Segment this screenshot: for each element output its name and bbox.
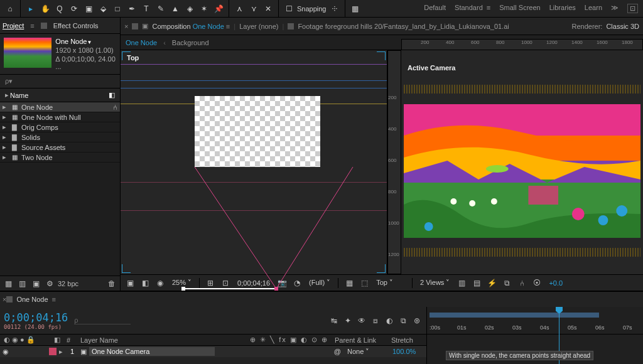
breadcrumb-background[interactable]: Background (172, 39, 209, 46)
comp-mini-flowchart-icon[interactable]: ↹ (328, 315, 340, 326)
3d-view-icon[interactable]: ⬚ (359, 277, 370, 289)
rectangle-tool-icon[interactable]: □ (111, 3, 124, 15)
fill-swatch-icon[interactable]: ▦ (349, 3, 362, 15)
hide-shy-icon[interactable]: 👁 (356, 315, 367, 326)
parent-dropdown[interactable]: None ˅ (345, 348, 389, 356)
pan-behind-tool-icon[interactable]: ⬙ (97, 3, 109, 15)
orbit-tool-icon[interactable]: ⟳ (68, 3, 80, 15)
world-axis-icon[interactable]: ⋎ (247, 3, 260, 15)
flowchart-icon[interactable]: ⑃ (516, 277, 527, 289)
footage-tab[interactable]: Footage foreground hills 20/Fantasy_land… (298, 23, 509, 30)
new-folder-icon[interactable]: ▥ (16, 278, 28, 289)
snapshot-icon[interactable]: 📷 (276, 277, 288, 289)
close-tab-icon[interactable]: × (124, 23, 128, 30)
resolution-dropdown[interactable]: (Full) ˅ (306, 279, 333, 287)
workspace-learn[interactable]: Learn (585, 4, 602, 13)
project-item[interactable]: ▸▦One Node⑃ (0, 102, 120, 112)
views-layout-dropdown[interactable]: 2 Views ˅ (418, 279, 452, 287)
zoom-tool-icon[interactable]: Q (53, 3, 66, 15)
bpc-label[interactable]: 32 bpc (58, 280, 78, 287)
magnification-icon[interactable]: ▣ (124, 277, 136, 289)
stretch-value[interactable]: 100.0% (392, 348, 424, 355)
composition-thumbnail[interactable] (4, 38, 51, 68)
panel-menu-icon[interactable]: ≡ (30, 22, 34, 29)
local-axis-icon[interactable]: ⋏ (233, 3, 246, 15)
toggle-alpha-icon[interactable]: ◧ (139, 277, 151, 289)
chevron-right-icon[interactable]: ▸ (3, 113, 8, 121)
chevron-right-icon[interactable]: ▸ (3, 133, 8, 141)
pen-tool-icon[interactable]: ✒ (126, 3, 138, 15)
bpc-icon[interactable]: ⚙ (44, 278, 55, 289)
new-comp-icon[interactable]: ▣ (30, 278, 41, 289)
timeline-icon[interactable]: ⧉ (501, 277, 512, 289)
column-stretch[interactable]: Stretch (391, 336, 423, 344)
channel-icon[interactable]: ◉ (154, 277, 166, 289)
view-options-icon[interactable]: ▥ (456, 277, 467, 289)
column-layer-name[interactable]: Layer Name (80, 336, 206, 344)
eraser-tool-icon[interactable]: ◈ (183, 3, 196, 15)
view-dropdown[interactable]: Top ˅ (374, 279, 396, 287)
frame-blend-icon[interactable]: ⧈ (370, 315, 381, 326)
renderer-value-dropdown[interactable]: Classic 3D (606, 23, 639, 30)
tag-color-icon[interactable]: ◧ (54, 336, 60, 344)
workspace-libraries[interactable]: Libraries (549, 4, 576, 13)
fast-preview-icon[interactable]: ⚡ (486, 277, 497, 289)
zoom-dropdown[interactable]: 25% ˅ (170, 279, 194, 287)
project-item[interactable]: ▸▇Source Assets (0, 142, 120, 153)
av-column-icons[interactable]: ◐ ◉ ● 🔒 (4, 336, 48, 344)
selection-tool-icon[interactable]: ▸ (24, 3, 37, 15)
workspace-standard[interactable]: Standard ≡ (455, 4, 490, 13)
puppet-tool-icon[interactable]: 📌 (212, 3, 225, 15)
exposure-value[interactable]: +0.0 (546, 279, 565, 287)
chevron-right-icon[interactable]: ▸ (3, 143, 8, 151)
chevron-right-icon[interactable]: ▸ (3, 153, 8, 161)
chevron-right-icon[interactable]: ▸ (59, 348, 64, 356)
flowchart-icon[interactable]: ⑃ (113, 104, 117, 111)
time-ruler[interactable]: :00s 01s 02s 03s 04s 05s 06s 07s (427, 323, 643, 335)
type-tool-icon[interactable]: T (140, 3, 153, 15)
timeline-graph-area[interactable]: :00s 01s 02s 03s 04s 05s 06s 07s With si… (427, 307, 643, 364)
pixel-aspect-icon[interactable]: ▤ (471, 277, 482, 289)
switches-icons[interactable]: ⊕ ✳ ╲ fx ▣ ◐ ⊙ ⊕ (250, 336, 328, 344)
brain-icon[interactable]: ⊛ (411, 315, 423, 326)
view-top[interactable]: Top (121, 50, 387, 274)
tab-project[interactable]: Project (3, 22, 24, 29)
workspace-overflow-icon[interactable]: ≫ (611, 4, 619, 13)
roto-tool-icon[interactable]: ✶ (198, 3, 210, 15)
hand-tool-icon[interactable]: ✋ (39, 3, 51, 15)
chevron-right-icon[interactable]: ▸ (3, 103, 8, 111)
column-name-header[interactable]: Name (10, 92, 28, 99)
interpret-footage-icon[interactable]: ▦ (3, 278, 14, 289)
chevron-right-icon[interactable]: ▸ (5, 91, 10, 99)
snap-options-icon[interactable]: ⸭ (328, 3, 341, 15)
view-axis-icon[interactable]: ✕ (262, 3, 274, 15)
parent-pickwhip-icon[interactable]: @ (334, 348, 341, 355)
reset-exposure-icon[interactable]: ⦿ (531, 277, 543, 289)
project-item[interactable]: ▸▇Orig Comps (0, 122, 120, 132)
breadcrumb-one-node[interactable]: One Node (126, 39, 157, 46)
chevron-right-icon[interactable]: ▸ (3, 123, 8, 131)
draft-3d-icon[interactable]: ✦ (342, 315, 354, 326)
layer-placeholder[interactable] (195, 96, 320, 167)
layer-color-swatch[interactable] (49, 348, 57, 355)
trash-icon[interactable]: 🗑 (106, 278, 117, 289)
video-toggle-icon[interactable]: ◉ (3, 348, 9, 356)
project-item[interactable]: ▸▦One Node with Null (0, 112, 120, 122)
column-number[interactable]: # (67, 336, 74, 344)
motion-blur-icon[interactable]: ◐ (384, 315, 395, 326)
timeline-search-input[interactable]: ρ (74, 316, 131, 324)
workspace-small-screen[interactable]: Small Screen (499, 4, 540, 13)
resolution-icon[interactable]: ⊞ (205, 277, 216, 289)
column-parent[interactable]: Parent & Link (335, 336, 385, 344)
label-column-icon[interactable]: ◧ (109, 91, 115, 99)
show-channel-icon[interactable]: ◔ (291, 277, 303, 289)
layer-tab[interactable]: Layer (none) (239, 23, 278, 30)
roi-icon[interactable]: ⊡ (220, 277, 231, 289)
toggle-transparency-icon[interactable]: ▦ (343, 277, 355, 289)
timecode-display[interactable]: 0;00;04;16 (235, 279, 273, 287)
layer-name-field[interactable]: One Node Camera (89, 347, 215, 356)
tab-effect-controls[interactable]: Effect Controls (53, 22, 99, 29)
timeline-tab[interactable]: One Node (16, 296, 48, 303)
graph-editor-icon[interactable]: ⧉ (397, 315, 409, 326)
project-item[interactable]: ▸▇Solids (0, 132, 120, 142)
